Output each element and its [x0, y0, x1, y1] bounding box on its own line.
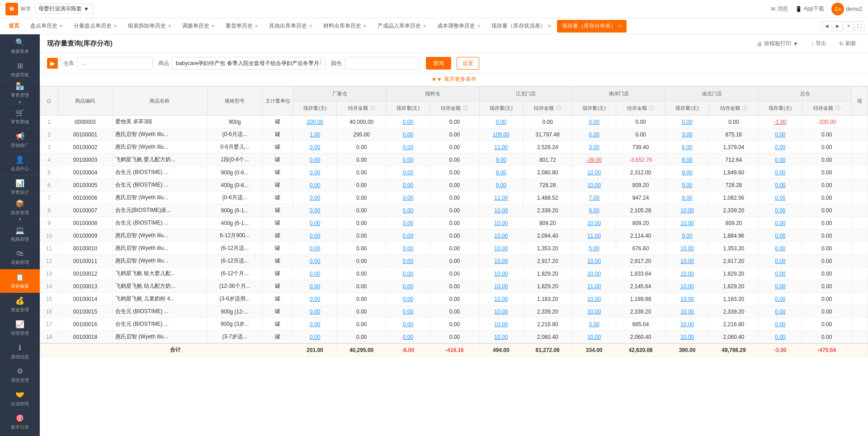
sidebar-label-ecommerce: 电商管理	[11, 236, 29, 242]
th-t-amt: 结存金额 ⓘ	[802, 101, 851, 116]
sidebar-item-apps[interactable]: 📱 应用中心	[0, 434, 40, 436]
close-icon[interactable]: ✕	[618, 23, 622, 28]
sidebar-item-wholesale[interactable]: 📦 批发管理 ▼	[0, 199, 40, 222]
cell-jb-amt: 2,060.40	[523, 331, 572, 344]
nav-prev-btn[interactable]: ◀	[822, 21, 832, 31]
sidebar-item-retail-mgmt[interactable]: 🏪 零售管理 ▲	[0, 81, 40, 105]
cell-l-amt: 0.00	[430, 204, 479, 217]
sidebar-item-system[interactable]: ⚙ 系统管理	[0, 363, 40, 387]
nav-maximize-btn[interactable]: ⛶	[854, 21, 864, 31]
tab-stock-status[interactable]: 现存量（库存状况表） ✕	[486, 20, 556, 33]
close-icon[interactable]: ✕	[477, 23, 481, 28]
sidebar-item-retail-stats[interactable]: 📊 零售统计	[0, 175, 40, 199]
goods-input[interactable]	[172, 57, 326, 70]
info-icon2[interactable]: ⓘ	[370, 105, 375, 111]
close-icon[interactable]: ✕	[211, 23, 215, 28]
sidebar-item-retail-mall[interactable]: 🛒 零售商城	[0, 105, 40, 128]
sidebar-item-member[interactable]: 👤 会员中心	[0, 152, 40, 175]
print-btn[interactable]: 🖨 按模板打印 ▼	[752, 38, 803, 49]
finance-icon: 💰	[15, 296, 24, 305]
cell-unit: 罐	[262, 166, 293, 179]
cell-l-stock: 0.00	[386, 255, 429, 267]
th-total: 总仓	[759, 87, 852, 101]
cell-name: 合生元 (BIOSTIME) ...	[112, 305, 207, 318]
sidebar-label-system: 系统管理	[11, 377, 29, 383]
cell-na-stock: -39.00	[572, 154, 616, 166]
cell-name: 惠氏启智 (Wyeth illu...	[112, 192, 207, 204]
sidebar-item-collab[interactable]: 🤝 企业协同	[0, 387, 40, 410]
cell-extra	[851, 230, 868, 242]
tab-cost-adjust[interactable]: 成本调整单历史 ✕	[432, 20, 486, 33]
cell-extra	[851, 331, 868, 344]
color-input[interactable]	[344, 57, 420, 70]
export-btn[interactable]: ↑ 导出	[807, 38, 831, 49]
collab-icon: 🤝	[15, 390, 24, 399]
user-area[interactable]: Ea demo2	[831, 3, 863, 15]
nav-next-btn[interactable]: ▶	[833, 21, 843, 31]
cell-nb-stock: 10.00	[665, 280, 709, 293]
info-icon6[interactable]: ⓘ	[742, 105, 747, 111]
cell-f-amt: 0.00	[337, 204, 386, 217]
sidebar-item-quick-nav[interactable]: ⊞ 快捷导航	[0, 58, 40, 81]
tab-transfer[interactable]: 调拨单历史 ✕	[177, 20, 220, 33]
tab-product-in[interactable]: 产成品入库单历史 ✕	[373, 20, 431, 33]
sidebar-item-ecommerce[interactable]: 💻 电商管理	[0, 222, 40, 246]
app-download-btn[interactable]: 📱 App下载	[795, 5, 824, 13]
info-icon5[interactable]: ⓘ	[649, 105, 654, 111]
cell-name: 合生元 (BIOSTIME) ...	[112, 318, 207, 331]
sidebar-item-marketing[interactable]: 📢 营销推广	[0, 128, 40, 152]
cell-extra	[851, 141, 868, 154]
close-icon[interactable]: ✕	[255, 23, 258, 28]
close-icon[interactable]: ✕	[168, 23, 171, 28]
close-icon[interactable]: ✕	[547, 23, 551, 28]
expand-more-btn[interactable]: ▼▼ 展开更多条件	[431, 75, 476, 83]
sidebar-item-stock[interactable]: 📋 库存核算	[0, 269, 40, 293]
cell-jb-stock: 10.00	[479, 230, 523, 242]
close-icon[interactable]: ✕	[423, 23, 426, 28]
close-icon[interactable]: ✕	[113, 23, 117, 28]
tab-outbound[interactable]: 其他出库单历史 ✕	[264, 20, 317, 33]
setting-btn[interactable]: 设置	[457, 57, 479, 70]
th-settings[interactable]: ⚙	[40, 87, 58, 116]
close-icon[interactable]: ✕	[59, 23, 63, 28]
tab-partial-inventory[interactable]: 分量盘点单历史 ✕	[69, 20, 122, 33]
tab-material-out[interactable]: 材料出库单历史 ✕	[318, 20, 372, 33]
cell-nb-stock: 10.00	[665, 255, 709, 267]
tab-assembly[interactable]: 组装拆卸单历史 ✕	[123, 20, 176, 33]
cell-sum-jb-amt: 81,272.06	[523, 343, 572, 356]
close-icon[interactable]: ✕	[363, 23, 367, 28]
search-btn[interactable]: 查询	[426, 57, 451, 70]
warehouse-filter: 仓库	[63, 57, 153, 70]
sidebar: 🔍 搜索英单 ⊞ 快捷导航 🏪 零售管理 ▲ 🛒 零售商城 📢 营销推广 👤 会…	[0, 34, 40, 436]
sidebar-item-finance[interactable]: 💰 资金管理	[0, 293, 40, 316]
info-icon4[interactable]: ⓘ	[556, 105, 561, 111]
info-icon3[interactable]: ⓘ	[463, 105, 468, 111]
info-icon7[interactable]: ⓘ	[835, 105, 840, 111]
cell-spec: (6-12月适...	[207, 255, 262, 267]
message-btn[interactable]: ✉ 消息	[771, 5, 788, 13]
sidebar-item-guide[interactable]: 🎯 新手引导	[0, 410, 40, 434]
tab-stock-distribution[interactable]: 现存量（库存分布表） ✕	[557, 20, 627, 33]
collapse-btn[interactable]: ▶	[47, 58, 58, 69]
cell-nb-stock: 10.00	[665, 331, 709, 344]
cell-t-amt: 0.00	[802, 179, 851, 192]
sidebar-item-search[interactable]: 🔍 搜索英单	[0, 34, 40, 58]
cell-na-stock: 10.00	[572, 217, 616, 230]
close-icon[interactable]: ✕	[309, 23, 312, 28]
refresh-btn[interactable]: ↻ 刷新	[835, 38, 861, 49]
tab-inventory-history[interactable]: 盘点单历史 ✕	[25, 20, 68, 33]
cell-f-stock: 0.00	[293, 192, 336, 204]
sidebar-item-purchase[interactable]: 🛍 采购管理	[0, 246, 40, 269]
sidebar-item-operations[interactable]: 📈 经营管理	[0, 316, 40, 340]
sidebar-item-basic-info[interactable]: ℹ 基础信息	[0, 340, 40, 363]
tab-order[interactable]: 要货单历史 ✕	[221, 20, 263, 33]
company-selector[interactable]: 母婴行业演示陈套 ▼	[34, 4, 93, 14]
nav-close-all-btn[interactable]: ✕	[844, 21, 854, 31]
warehouse-input[interactable]	[77, 57, 153, 70]
cell-nb-stock: 8.00	[665, 166, 709, 179]
cell-t-amt: 0.00	[802, 267, 851, 280]
tab-home[interactable]: 首页	[4, 20, 24, 33]
message-icon: ✉	[771, 6, 775, 12]
cell-extra	[851, 293, 868, 305]
cell-index: 16	[40, 305, 58, 318]
